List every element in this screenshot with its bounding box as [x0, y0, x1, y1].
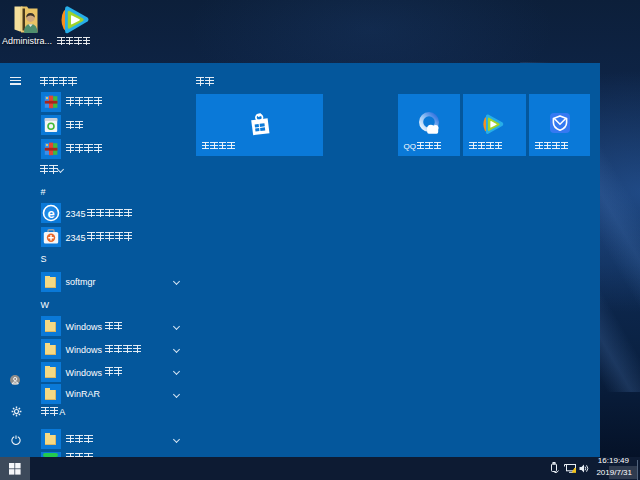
svg-text:e: e — [47, 206, 54, 221]
